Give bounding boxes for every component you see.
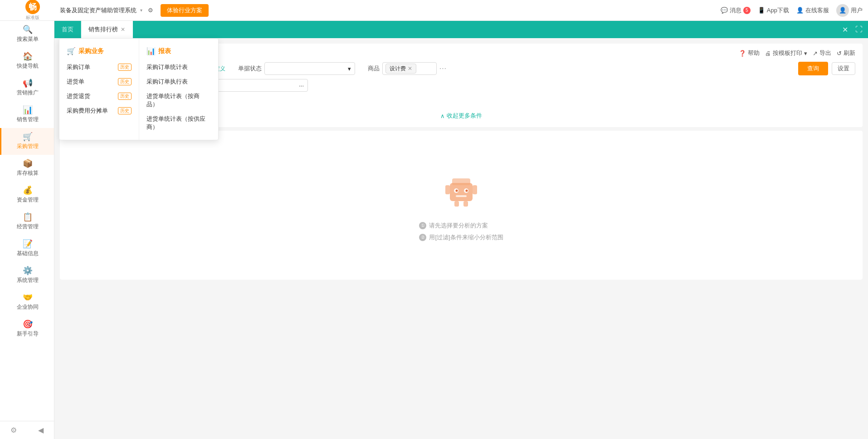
dropdown-item-label: 采购订单统计表: [146, 63, 188, 71]
sidebar-collapse-btn[interactable]: ◀: [38, 426, 44, 434]
tab-home-label: 首页: [62, 25, 73, 34]
dropdown-item-label: 进货单统计表（按商品）: [146, 92, 211, 109]
sidebar-item-marketing[interactable]: 📢 营销推广: [0, 74, 54, 101]
tab-bar-right: ✕ ⛶: [839, 25, 868, 34]
dropdown-purchase-icon: 🛒: [67, 47, 76, 55]
sidebar-item-enterprise[interactable]: 🤝 企业协同: [0, 289, 54, 316]
svg-rect-0: [450, 183, 473, 201]
hint-2-num: ②: [419, 234, 426, 241]
salesperson-select[interactable]: ···: [217, 79, 308, 92]
order-status-select[interactable]: ▾: [264, 62, 355, 75]
logo-area: 畅 标准版: [5, 0, 60, 21]
history-badge-2: 历史: [118, 78, 132, 85]
refresh-label: 刷新: [844, 49, 855, 57]
online-service-item[interactable]: 👤 在线客服: [796, 6, 829, 15]
dropdown-item-order-exec[interactable]: 采购订单执行表: [139, 74, 219, 89]
inventory-icon: 📦: [23, 159, 33, 168]
empty-hints: ① 请先选择要分析的方案 ② 用[过滤]条件来缩小分析范围: [419, 220, 503, 243]
sidebar-item-purchase[interactable]: 🛒 采购管理: [0, 128, 54, 155]
export-label: 导出: [819, 49, 831, 57]
solution-button[interactable]: 体验行业方案: [161, 4, 209, 17]
sidebar: 🔍 搜索菜单 🏠 快捷导航 📢 营销推广 📊 销售管理 🛒 采购管理 📦 库存核…: [0, 21, 54, 439]
dropdown-item-goods-stats-product[interactable]: 进货单统计表（按商品）: [139, 89, 219, 112]
dropdown-item-purchase-order[interactable]: 采购订单 历史: [59, 60, 139, 74]
online-service-label: 在线客服: [805, 6, 829, 15]
finance-icon: 💰: [23, 186, 33, 194]
sales-icon: 📊: [23, 106, 33, 114]
system-name-arrow[interactable]: ▾: [140, 8, 142, 13]
dropdown-report-header: 📊 报表: [139, 44, 219, 60]
user-item[interactable]: 👤 用户: [836, 4, 863, 17]
export-btn[interactable]: ↗ 导出: [813, 49, 831, 57]
history-badge-3: 历史: [118, 93, 132, 100]
order-status-group: 单据状态 ▾: [238, 62, 355, 75]
hint-2-text: 用[过滤]条件来缩小分析范围: [429, 232, 503, 243]
dropdown-item-expense-allocation[interactable]: 采购费用分摊单 历史: [59, 104, 139, 118]
sidebar-item-finance[interactable]: 💰 资金管理: [0, 182, 54, 208]
sidebar-item-system[interactable]: ⚙️ 系统管理: [0, 262, 54, 289]
purchase-icon: 🛒: [23, 133, 33, 141]
settings-button[interactable]: 设置: [832, 62, 855, 75]
sidebar-item-sales[interactable]: 📊 销售管理: [0, 101, 54, 128]
app-download-item[interactable]: 📱 App下载: [758, 6, 789, 15]
print-btn[interactable]: 🖨 按模板打印 ▾: [765, 49, 807, 57]
message-item[interactable]: 💬 消息 5: [721, 6, 751, 15]
dropdown-item-label: 采购订单执行表: [146, 78, 188, 86]
sidebar-label-operations: 经营管理: [17, 223, 39, 231]
top-header: 畅 标准版 装备及固定资产辅助管理系统 ▾ ⚙ 体验行业方案 💬 消息 5 📱 …: [0, 0, 868, 21]
sidebar-label-quicknav: 快捷导航: [17, 62, 39, 70]
collapse-arrow: ∧: [440, 113, 445, 119]
svg-rect-10: [463, 201, 468, 207]
sidebar-item-newguide[interactable]: 🎯 新手引导: [0, 316, 54, 342]
sidebar-item-quicknav[interactable]: 🏠 快捷导航: [0, 48, 54, 74]
help-btn[interactable]: ❓ 帮助: [739, 49, 760, 57]
logo-icon: 畅: [25, 0, 40, 14]
service-icon: 👤: [796, 7, 804, 14]
product-more-dots[interactable]: ···: [439, 64, 447, 73]
sidebar-item-operations[interactable]: 📋 经营管理: [0, 208, 54, 235]
system-name-text: 装备及固定资产辅助管理系统: [60, 6, 137, 15]
sidebar-label-newguide: 新手引导: [17, 330, 39, 338]
dropdown-purchase-title: 采购业务: [78, 47, 104, 55]
enterprise-icon: 🤝: [23, 293, 33, 301]
order-status-label: 单据状态: [238, 64, 262, 73]
product-tag-close[interactable]: ✕: [408, 65, 412, 72]
sidebar-item-basicinfo[interactable]: 📝 基础信息: [0, 235, 54, 262]
logo-subtitle: 标准版: [26, 15, 39, 21]
dropdown-item-goods-receipt[interactable]: 进货单 历史: [59, 74, 139, 89]
dropdown-item-label: 采购订单: [67, 63, 90, 71]
sidebar-item-inventory[interactable]: 📦 库存核算: [0, 155, 54, 182]
tab-fullscreen-btn[interactable]: ⛶: [852, 25, 866, 34]
order-status-arrow: ▾: [348, 65, 351, 72]
dropdown-item-goods-stats-supplier[interactable]: 进货单统计表（按供应商）: [139, 112, 219, 134]
sidebar-item-search[interactable]: 🔍 搜索菜单: [0, 21, 54, 48]
product-label: 商品: [368, 64, 380, 73]
sidebar-label-basicinfo: 基础信息: [17, 250, 39, 257]
dropdown-purchase-header: 🛒 采购业务: [59, 44, 139, 60]
dropdown-item-label: 进货单: [67, 78, 84, 86]
svg-rect-1: [452, 178, 470, 185]
dropdown-item-order-stats[interactable]: 采购订单统计表: [139, 60, 219, 74]
dropdown-report-title: 报表: [158, 47, 171, 55]
product-input[interactable]: 设计费 ✕: [382, 62, 437, 75]
main-content-area: ① 请先选择要分析的方案 ② 用[过滤]条件来缩小分析范围: [60, 131, 863, 280]
dropdown-item-label: 进货单统计表（按供应商）: [146, 115, 211, 131]
print-arrow[interactable]: ▾: [804, 50, 807, 57]
tab-home[interactable]: 首页: [54, 21, 81, 38]
sidebar-label-system: 系统管理: [17, 276, 39, 284]
message-badge: 5: [743, 7, 751, 14]
refresh-icon: ↺: [837, 50, 842, 57]
dropdown-item-goods-return[interactable]: 进货退货 历史: [59, 89, 139, 104]
tab-sales-rank[interactable]: 销售排行榜 ✕: [81, 21, 133, 38]
refresh-btn[interactable]: ↺ 刷新: [837, 49, 855, 57]
message-icon: 💬: [721, 7, 728, 14]
header-gear-icon[interactable]: ⚙: [148, 7, 153, 14]
newguide-icon: 🎯: [23, 320, 33, 328]
query-button[interactable]: 查询: [798, 62, 828, 75]
tab-close-all-btn[interactable]: ✕: [839, 25, 852, 34]
empty-state: ① 请先选择要分析的方案 ② 用[过滤]条件来缩小分析范围: [60, 131, 863, 280]
basicinfo-icon: 📝: [23, 240, 33, 248]
export-icon: ↗: [813, 50, 818, 57]
tab-close-btn[interactable]: ✕: [121, 26, 125, 33]
sidebar-settings-btn[interactable]: ⚙: [10, 426, 17, 434]
